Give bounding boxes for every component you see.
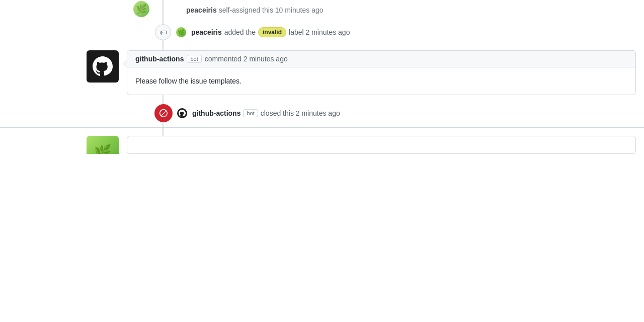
closed-event-bot-badge: bot: [243, 109, 258, 117]
label-event-actor: peaceiris: [191, 28, 222, 36]
comment-body: Please follow the issue templates.: [127, 67, 635, 95]
github-actions-avatar-comment: [87, 50, 119, 83]
comment-timestamp: commented 2 minutes ago: [205, 55, 288, 63]
label-event-action: added the: [224, 28, 256, 36]
label-event-suffix: label 2 minutes ago: [289, 28, 350, 36]
closed-event-content: github-actions bot closed this 2 minutes…: [192, 109, 340, 117]
comment-header: github-actions bot commented 2 minutes a…: [127, 51, 635, 67]
top-event-text: peaceiris self-assigned this 10 minutes …: [186, 4, 324, 14]
top-event-actor: peaceiris: [186, 6, 217, 14]
comment-author: github-actions: [135, 55, 184, 63]
peaceiris-avatar-top: 🌿: [133, 1, 149, 17]
closed-event-action: closed this 2 minutes ago: [261, 109, 340, 117]
comment-box: github-actions bot commented 2 minutes a…: [127, 50, 636, 95]
github-actions-avatar-closed: [177, 108, 187, 118]
comment-body-text: Please follow the issue templates.: [135, 77, 242, 85]
comment-arrow-fill: [124, 60, 127, 67]
closed-event-actor: github-actions: [192, 109, 240, 117]
bottom-comment-box-preview: [127, 136, 636, 154]
peaceiris-avatar-bottom: 🌿: [87, 136, 119, 154]
label-event-content: peaceiris added the invalid label 2 minu…: [191, 27, 350, 37]
closed-icon: [154, 104, 173, 122]
peaceiris-avatar-label: 🌿: [176, 27, 186, 37]
comment-bot-badge: bot: [187, 55, 201, 63]
top-event-action: self-assigned this 10 minutes ago: [219, 6, 324, 14]
invalid-label-badge: invalid: [258, 27, 286, 37]
label-event-icon: 🏷: [155, 24, 171, 40]
